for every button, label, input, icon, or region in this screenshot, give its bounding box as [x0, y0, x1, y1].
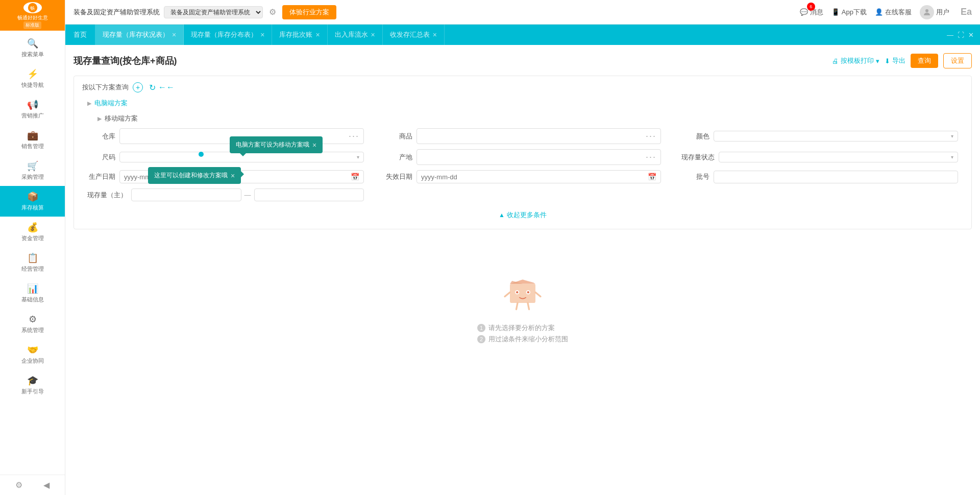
collapse-sidebar-btn[interactable]: ◀: [43, 480, 50, 490]
size-label: 尺码: [87, 153, 115, 162]
industry-btn[interactable]: 体验行业方案: [282, 5, 336, 19]
sidebar-item-label: 系统管理: [21, 326, 44, 334]
sidebar-item-basic[interactable]: 📊 基础信息: [0, 278, 65, 309]
settings-btn[interactable]: ⚙: [15, 480, 22, 490]
goods-label: 商品: [384, 132, 412, 141]
filter-cycle-btn[interactable]: ↻: [147, 82, 157, 92]
svg-point-7: [527, 291, 529, 293]
tab-label: 现存量（库存状况表）: [103, 30, 169, 39]
export-btn[interactable]: ⬇ 导出: [885, 56, 905, 65]
pc-scheme-node[interactable]: ▶ 电脑端方案: [87, 98, 963, 109]
sidebar-item-sales[interactable]: 💼 销售管理: [0, 125, 65, 155]
sidebar-item-quick[interactable]: ⚡ 快捷导航: [0, 63, 65, 94]
tab-inventory-distribution[interactable]: 现存量（库存分布表） ×: [184, 25, 272, 45]
reset-btn[interactable]: 设置: [943, 53, 972, 68]
mobile-scheme-node[interactable]: ▶ 移动端方案: [87, 113, 963, 124]
sidebar-item-marketing[interactable]: 📢 营销推广: [0, 94, 65, 125]
sidebar-item-search[interactable]: 🔍 搜索菜单: [0, 33, 65, 63]
tab-close-icon[interactable]: ×: [371, 31, 375, 39]
tooltip-scheme-mobile: 电脑方案可设为移动方案哦 ×: [230, 136, 323, 153]
tip-text-1: 请先选择要分析的方案: [488, 323, 555, 333]
close-icon[interactable]: ✕: [968, 31, 974, 39]
finance-icon: 💰: [27, 222, 38, 233]
tip-num-1: 1: [477, 324, 485, 332]
sidebar-item-label: 采购管理: [21, 173, 44, 181]
stock-main-group: 现存量（主） —: [87, 188, 364, 201]
stock-main-from[interactable]: [131, 188, 241, 201]
sidebar-item-label: 库存核算: [21, 204, 44, 211]
sidebar-item-label: 基础信息: [21, 296, 44, 303]
scheme-tree: ▶ 电脑端方案 ▶ 移动端方案: [82, 98, 963, 124]
tab-label: 现存量（库存分布表）: [191, 30, 257, 39]
color-select[interactable]: ▾: [714, 131, 958, 142]
origin-select[interactable]: ···: [416, 149, 661, 165]
more-dots-icon3: ···: [646, 152, 656, 162]
tab-inout-flow[interactable]: 出入库流水 ×: [328, 25, 383, 45]
more-dots-icon2: ···: [646, 131, 656, 142]
empty-illustration: [497, 267, 548, 313]
tooltip-close-btn2[interactable]: ×: [231, 172, 235, 180]
tabbar: 首页 现存量（库存状况表） × 现存量（库存分布表） × 库存批次账 × 出入库…: [65, 25, 980, 45]
stock-main-to[interactable]: [254, 188, 364, 201]
tab-inventory-status[interactable]: 现存量（库存状况表） ×: [95, 25, 184, 45]
goods-select[interactable]: ···: [416, 128, 661, 144]
sidebar-item-label: 销售管理: [21, 143, 44, 150]
filter-back-btn[interactable]: ←←: [161, 82, 172, 92]
notification-item[interactable]: 💬 消息 6: [800, 8, 823, 17]
sidebar-item-enterprise[interactable]: 🤝 企业协同: [0, 339, 65, 370]
user-avatar: [920, 5, 934, 19]
online-service-item[interactable]: 👤 在线客服: [875, 8, 912, 17]
tab-close-icon[interactable]: ×: [433, 31, 437, 39]
purchase-icon: 🛒: [27, 160, 38, 172]
settings-gear-icon[interactable]: ⚙: [269, 7, 276, 17]
tab-close-icon[interactable]: ×: [315, 31, 320, 39]
inventory-icon: 📦: [27, 191, 38, 202]
sidebar-item-finance[interactable]: 💰 资金管理: [0, 217, 65, 247]
tab-batch-ledger[interactable]: 库存批次账 ×: [272, 25, 327, 45]
search-query-btn[interactable]: 查询: [911, 54, 938, 68]
stock-status-group: 现存量状态 ▾: [681, 152, 958, 162]
collapse-btn[interactable]: ▲ 收起更多条件: [87, 206, 958, 224]
tab-collect-summary[interactable]: 收发存汇总表 ×: [383, 25, 445, 45]
enterprise-icon: 🤝: [27, 344, 38, 356]
sidebar-item-inventory[interactable]: 📦 库存核算: [0, 186, 65, 217]
tab-close-icon[interactable]: ×: [172, 31, 176, 39]
tabbar-right: — ⛶ ✕: [941, 25, 980, 45]
sidebar-item-label: 经营管理: [21, 265, 44, 273]
user-item[interactable]: 用户: [920, 5, 949, 19]
expire-date-input-wrapper[interactable]: 📅: [416, 170, 661, 183]
batch-input[interactable]: [714, 171, 958, 183]
svg-line-9: [535, 292, 541, 296]
filter-row-2: 尺码 ▾ 产地 ···: [87, 149, 958, 165]
tab-close-icon[interactable]: ×: [260, 31, 264, 39]
tooltip-close-btn[interactable]: ×: [312, 141, 316, 149]
print-label: 按模板打印: [841, 56, 874, 65]
minimize-icon[interactable]: —: [947, 31, 953, 39]
tab-label: 库存批次账: [279, 30, 312, 39]
calendar-icon2[interactable]: 📅: [648, 173, 656, 181]
guide-icon: 🎓: [27, 375, 38, 386]
expire-date-input[interactable]: [421, 173, 645, 181]
filter-add-btn[interactable]: +: [133, 82, 143, 92]
stock-status-select[interactable]: ▾: [719, 152, 958, 162]
sidebar-item-operation[interactable]: 📋 经营管理: [0, 247, 65, 278]
system-select[interactable]: 装备及固定资产辅助管理系统: [164, 6, 263, 18]
sidebar-item-guide[interactable]: 🎓 新手引导: [0, 370, 65, 400]
sidebar-item-system[interactable]: ⚙ 系统管理: [0, 309, 65, 339]
expire-date-label: 失效日期: [384, 172, 412, 181]
sidebar-item-purchase[interactable]: 🛒 采购管理: [0, 155, 65, 186]
app-download-item[interactable]: 📱 App下载: [831, 8, 867, 17]
maximize-icon[interactable]: ⛶: [958, 31, 964, 39]
notification-icon: 💬: [800, 8, 808, 16]
collapse-arrow-icon: ▲: [499, 211, 505, 219]
quick-icon: ⚡: [27, 68, 38, 80]
tab-home[interactable]: 首页: [65, 25, 95, 45]
calendar-icon[interactable]: 📅: [351, 173, 359, 181]
system-title: 装备及固定资产辅助管理系统: [74, 8, 160, 17]
print-btn[interactable]: 🖨 按模板打印 ▾: [832, 56, 879, 65]
batch-group: 批号: [681, 171, 958, 183]
empty-tip-1: 1 请先选择要分析的方案: [477, 323, 568, 333]
filter-row-1: 仓库 ··· 商品 ···: [87, 128, 958, 144]
svg-line-8: [505, 292, 510, 296]
page-actions: 🖨 按模板打印 ▾ ⬇ 导出 查询 设置: [832, 53, 972, 68]
